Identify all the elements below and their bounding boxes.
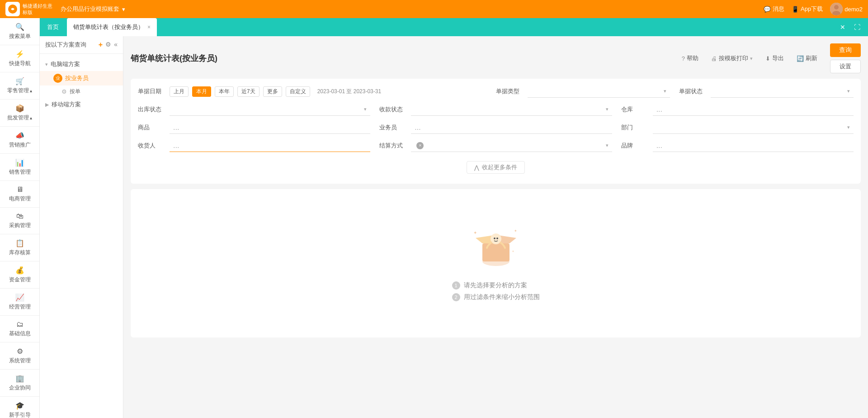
sidebar-item-sales[interactable]: 📊 销售管理 [0,154,39,181]
content-area: 首页 销货单统计表（按业务员） × ✕ ⛶ [40,18,868,418]
filter-item-brand: 品牌 ... [621,139,854,152]
filter-ship-control[interactable]: ▾ [170,103,370,116]
tree-sub-item-byorder[interactable]: ⚙ 按单 [40,86,123,98]
tree-group-mobile-label[interactable]: ▶ 移动端方案 [40,98,123,111]
filter-item-ship: 出库状态 ▾ [138,103,370,116]
tab-bar: 首页 销货单统计表（按业务员） × ✕ ⛶ [40,18,868,36]
settings-scheme-btn[interactable]: ⚙ [105,41,111,49]
finance-label: 资金管理 [9,276,31,284]
wholesale-icon: 📦 [15,104,24,113]
sidebar-item-finance[interactable]: 💰 资金管理 [0,261,39,289]
tree-group-mobile-arrow: ▶ [45,102,49,108]
filter-salesperson-control[interactable]: ... [411,121,612,134]
svg-point-2 [834,5,839,10]
search-menu-icon: 🔍 [15,23,24,31]
workspace-selector[interactable]: 办公用品行业模拟账套 ▾ [61,5,125,13]
filter-warehouse-control[interactable]: ... [653,103,854,116]
filter-item-payment: 收款状态 ▾ [379,103,612,116]
sidebar-item-basic[interactable]: 🗂 基础信息 [0,316,39,342]
sidebar-item-search-menu[interactable]: 🔍 搜索菜单 [0,18,39,45]
tree-group-pc-text: 电脑端方案 [51,60,80,68]
date-btn-last-month[interactable]: 上月 [170,86,189,97]
empty-illustration: ✦ ✦ ✦ [469,225,523,271]
settle-clear-btn[interactable]: × [416,142,424,149]
filter-goods-control[interactable]: ... [170,121,370,134]
tree-item-salesperson[interactable]: 业 按业务员 [40,71,123,86]
workspace-label: 办公用品行业模拟账套 [61,5,119,13]
wholesale-arrow-icon: ▴ [30,115,32,120]
search-menu-label: 搜索菜单 [9,33,31,40]
tree-group-pc-label[interactable]: ▾ 电脑端方案 [40,57,123,71]
sidebar-item-ecommerce[interactable]: 🖥 电商管理 [0,181,39,208]
user-label: demo2 [844,6,863,13]
add-scheme-btn[interactable]: + [99,41,103,49]
tab-home[interactable]: 首页 [40,18,66,36]
tab-close-btn[interactable]: × [147,24,151,30]
filter-type-control[interactable]: ▾ [528,85,670,98]
user-btn[interactable]: demo2 [830,3,863,15]
tab-active[interactable]: 销货单统计表（按业务员） × [67,18,157,36]
date-btn-more[interactable]: 更多 [263,86,282,97]
sidebar-item-operations[interactable]: 📈 经营管理 [0,289,39,316]
window-expand-btn[interactable]: ⛶ [852,22,863,33]
filter-item-goods: 商品 ... [138,121,370,134]
collapse-bar: ⋀ 收起更多条件 [138,157,854,177]
date-btn-this-year[interactable]: 本年 [215,86,234,97]
sidebar-item-marketing[interactable]: 📣 营销推广 [0,127,39,154]
tab-home-label: 首页 [47,23,59,31]
svg-point-9 [496,238,498,239]
refresh-icon: 🔄 [797,55,804,62]
help-btn[interactable]: ? 帮助 [678,52,702,64]
collapse-panel-btn[interactable]: « [114,41,118,49]
filter-dept-control[interactable]: ▾ [653,121,854,134]
template-print-btn[interactable]: 🖨 按模板打印 ▾ [708,52,756,64]
sidebar-item-newbie[interactable]: 🎓 新手引导 [0,397,39,418]
collapse-filter-btn[interactable]: ⋀ 收起更多条件 [467,161,525,174]
sidebar-item-retail[interactable]: 🛒 零售管理 ▴ [0,72,39,100]
logo-text: 畅捷通好生意 标版 [23,3,52,16]
filter-item-receiver: 收货人 ... [138,139,370,152]
filter-settle-control[interactable]: × ▾ [411,139,612,152]
help-icon: ? [682,55,685,62]
quick-nav-icon: ⚡ [15,50,24,58]
date-btn-custom[interactable]: 自定义 [286,86,310,97]
export-btn[interactable]: ⬇ 导出 [762,52,788,64]
message-label: 消息 [773,5,784,13]
svg-rect-6 [482,243,509,261]
filter-receiver-control[interactable]: ... [170,139,370,152]
filter-goods-label: 商品 [138,124,170,132]
window-close-btn[interactable]: ✕ [837,22,848,33]
filter-payment-control[interactable]: ▾ [411,103,612,116]
tab-active-label: 销货单统计表（按业务员） [73,23,144,31]
app-download-btn[interactable]: 📱 App下载 [792,5,823,13]
status-dropdown-icon: ▾ [847,88,850,94]
date-btn-7days[interactable]: 近7天 [237,86,259,97]
message-btn[interactable]: 💬 消息 [764,5,784,13]
date-filter-controls: 上月 本月 本年 近7天 更多 自定义 2023-03-01 至 2023-03… [170,86,381,97]
tree-group-pc: ▾ 电脑端方案 业 按业务员 ⚙ 按单 [40,57,123,98]
settings-button[interactable]: 设置 [830,60,861,73]
query-button[interactable]: 查询 [830,43,861,57]
filter-date-label: 单据日期 [138,87,170,95]
sidebar-item-inventory[interactable]: 📋 库存核算 [0,234,39,261]
svg-text:✦: ✦ [514,229,517,233]
date-range-text: 2023-03-01 至 2023-03-31 [317,88,381,95]
retail-arrow-icon: ▴ [30,88,32,93]
marketing-icon: 📣 [15,131,24,140]
date-btn-this-month[interactable]: 本月 [192,86,211,97]
brand-dots: ... [656,142,662,150]
enterprise-label: 企业协同 [9,384,31,392]
page-title: 销货单统计表(按业务员) [131,53,217,64]
refresh-btn[interactable]: 🔄 刷新 [793,52,821,64]
filter-status-control[interactable]: ▾ [711,85,854,98]
sidebar-item-purchase[interactable]: 🛍 采购管理 [0,208,39,234]
sidebar-item-wholesale[interactable]: 📦 批发管理 ▴ [0,100,39,127]
sales-label: 销售管理 [9,168,31,176]
filter-brand-control[interactable]: ... [653,139,854,152]
filter-item-type: 单据类型 ▾ [496,85,670,98]
byorder-icon: ⚙ [61,88,67,95]
sidebar-item-system[interactable]: ⚙ 系统管理 [0,342,39,370]
sidebar-item-quick-nav[interactable]: ⚡ 快捷导航 [0,45,39,72]
goods-dots: ... [173,124,179,132]
sidebar-item-enterprise[interactable]: 🏢 企业协同 [0,370,39,397]
